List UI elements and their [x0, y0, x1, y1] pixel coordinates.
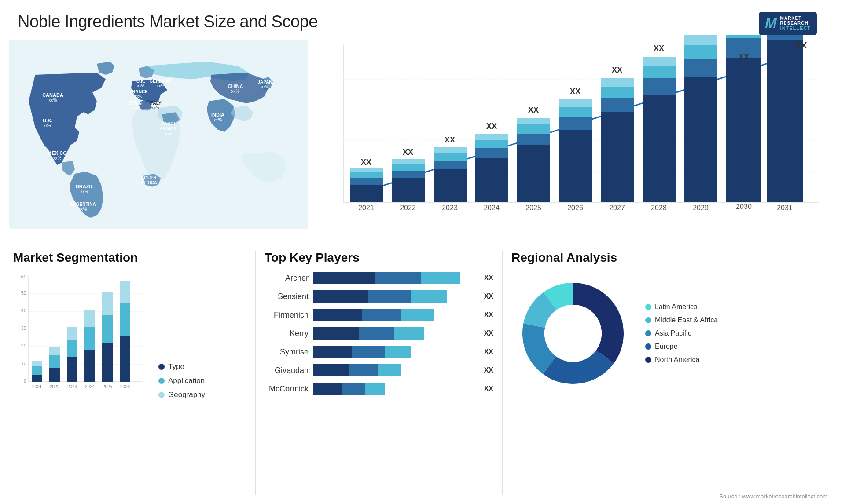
- player-givaudan: Givaudan XX: [265, 364, 493, 376]
- svg-text:JAPAN: JAPAN: [257, 80, 272, 84]
- svg-text:10: 10: [21, 361, 26, 366]
- bar-seg3: [411, 290, 447, 303]
- svg-rect-59: [475, 158, 508, 202]
- regional-section: Regional Analysis: [503, 242, 845, 504]
- player-name-givaudan: Givaudan: [265, 366, 309, 375]
- svg-text:xx%: xx%: [157, 84, 164, 88]
- svg-point-148: [544, 305, 602, 362]
- bar-seg2: [362, 309, 401, 321]
- latin-america-label: Latin America: [655, 303, 698, 311]
- svg-rect-127: [67, 340, 77, 357]
- svg-rect-83: [643, 95, 676, 202]
- logo-text: MARKET RESEARCH INTELLECT: [780, 16, 811, 31]
- svg-rect-77: [601, 112, 634, 202]
- svg-text:2022: 2022: [400, 204, 416, 212]
- svg-rect-41: [350, 185, 383, 202]
- europe-dot: [645, 343, 651, 350]
- player-value-symrise: XX: [484, 348, 493, 356]
- bar-seg3: [365, 383, 385, 395]
- map-svg: CANADA xx% U.S. xx% MEXICO xx% BRAZIL xx…: [9, 40, 308, 229]
- bar-seg3: [385, 346, 411, 358]
- svg-rect-89: [684, 77, 717, 202]
- svg-rect-85: [643, 66, 676, 78]
- svg-rect-138: [120, 336, 130, 382]
- bar-seg1: [313, 272, 375, 284]
- svg-rect-80: [601, 78, 634, 87]
- svg-rect-91: [684, 45, 717, 59]
- logo: M MARKET RESEARCH INTELLECT: [748, 8, 827, 39]
- svg-rect-101: [767, 35, 803, 40]
- svg-rect-132: [84, 310, 95, 327]
- bar-seg1: [313, 327, 359, 340]
- segmentation-chart: 0 10 20 30 40 50 60 2021: [13, 272, 145, 399]
- svg-rect-118: [32, 375, 42, 382]
- bottom-area: Market Segmentation 0 10 20 30 40 50 60: [0, 242, 845, 504]
- svg-rect-44: [350, 168, 383, 172]
- svg-text:GERMANY: GERMANY: [149, 79, 172, 84]
- europe-label: Europe: [655, 343, 678, 351]
- player-bar-sensient: [313, 290, 476, 303]
- svg-text:xx%: xx%: [53, 156, 62, 161]
- svg-text:MEXICO: MEXICO: [48, 150, 67, 156]
- svg-rect-120: [32, 361, 42, 366]
- svg-rect-72: [559, 117, 592, 130]
- legend-asia-pacific: Asia Pacific: [645, 329, 718, 337]
- players-title: Top Key Players: [265, 251, 493, 265]
- player-mccormick: McCormick XX: [265, 383, 493, 395]
- svg-text:xx%: xx%: [261, 84, 268, 89]
- player-name-firmenich: Firmenich: [265, 310, 309, 320]
- player-value-firmenich: XX: [484, 311, 493, 319]
- player-name-symrise: Symrise: [265, 347, 309, 357]
- svg-rect-97: [726, 35, 761, 38]
- bar-seg2: [349, 364, 378, 376]
- asia-pacific-dot: [645, 330, 651, 336]
- svg-text:XX: XX: [654, 44, 664, 53]
- player-value-mccormick: XX: [484, 385, 493, 393]
- svg-text:xx%: xx%: [49, 98, 57, 102]
- legend-europe: Europe: [645, 343, 718, 351]
- svg-text:2024: 2024: [484, 204, 500, 212]
- svg-rect-100: [767, 40, 803, 202]
- svg-rect-60: [475, 148, 508, 158]
- svg-rect-135: [102, 315, 113, 343]
- svg-rect-86: [643, 57, 676, 66]
- svg-text:2025: 2025: [103, 384, 113, 389]
- svg-text:50: 50: [21, 290, 26, 296]
- svg-rect-47: [392, 178, 425, 202]
- svg-text:xx%: xx%: [214, 117, 222, 122]
- svg-rect-68: [517, 118, 550, 124]
- svg-rect-134: [102, 343, 113, 382]
- svg-rect-119: [32, 366, 42, 375]
- svg-rect-124: [49, 347, 60, 355]
- svg-text:60: 60: [21, 274, 26, 279]
- svg-rect-74: [559, 99, 592, 107]
- svg-rect-122: [49, 368, 60, 382]
- bar-seg2: [352, 346, 385, 358]
- player-value-kerry: XX: [484, 329, 493, 337]
- svg-rect-62: [475, 134, 508, 140]
- application-dot: [158, 378, 165, 384]
- bar-seg3: [378, 364, 401, 376]
- legend-north-america: North America: [645, 356, 718, 364]
- player-bar-firmenich: [313, 309, 476, 321]
- north-america-label: North America: [655, 356, 699, 364]
- svg-text:XX: XX: [612, 66, 622, 74]
- svg-rect-78: [601, 98, 634, 112]
- svg-text:xx%: xx%: [79, 207, 87, 212]
- legend-type: Type: [158, 362, 205, 371]
- svg-text:2023: 2023: [442, 204, 458, 212]
- svg-text:U.K.: U.K.: [136, 79, 145, 84]
- svg-rect-54: [434, 161, 467, 169]
- svg-rect-65: [517, 145, 550, 202]
- player-bar-archer: [313, 272, 476, 284]
- bar-seg2: [359, 327, 395, 340]
- player-name-mccormick: McCormick: [265, 384, 309, 394]
- svg-rect-130: [84, 350, 95, 382]
- bar-chart-svg: XX 2021 XX 2022 XX 2023 XX 2024 XX 2025: [317, 35, 827, 237]
- svg-text:xx%: xx%: [81, 189, 89, 194]
- svg-text:XX: XX: [403, 148, 413, 157]
- svg-text:XX: XX: [738, 52, 749, 61]
- legend-geography: Geography: [158, 391, 205, 399]
- latin-america-dot: [645, 304, 651, 310]
- svg-rect-128: [67, 327, 77, 340]
